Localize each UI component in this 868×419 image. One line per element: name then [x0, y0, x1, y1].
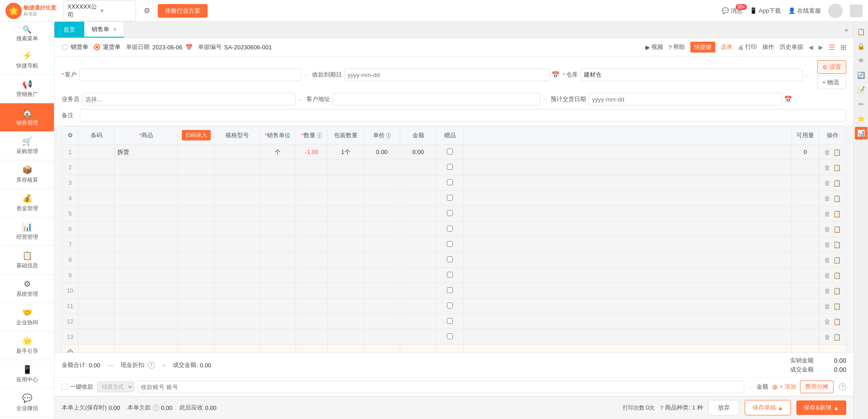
- row-price[interactable]: [364, 329, 400, 345]
- warehouse-input[interactable]: [581, 68, 803, 81]
- row-product[interactable]: [115, 237, 178, 252]
- receive-date-input[interactable]: [344, 68, 550, 81]
- one-click-pay-checkbox[interactable]: 一键收款: [62, 383, 93, 391]
- row-amount[interactable]: [400, 191, 436, 206]
- delete-icon[interactable]: 🗑: [824, 272, 830, 279]
- operation-btn[interactable]: 操作: [762, 43, 774, 51]
- row-pack-qty[interactable]: [328, 314, 364, 329]
- row-barcode[interactable]: [78, 175, 115, 191]
- app-download-btn[interactable]: 📱 App下载: [750, 7, 781, 15]
- row-spec[interactable]: [214, 144, 260, 160]
- row-pack-qty[interactable]: [328, 268, 364, 283]
- row-pack-qty[interactable]: [328, 329, 364, 345]
- sidebar-item-base-info[interactable]: 📋 基础信息: [0, 246, 54, 275]
- row-amount[interactable]: [400, 299, 436, 314]
- row-spec[interactable]: [214, 283, 260, 299]
- row-price[interactable]: [364, 191, 400, 206]
- row-gift[interactable]: [436, 314, 464, 329]
- row-barcode[interactable]: [78, 237, 115, 252]
- row-spec[interactable]: [214, 160, 260, 175]
- right-panel-icon-3[interactable]: 👁: [855, 54, 868, 67]
- fee-split-question-icon[interactable]: ?: [839, 383, 846, 390]
- delivery-button[interactable]: + 物流: [817, 76, 846, 89]
- row-pack-qty[interactable]: [328, 206, 364, 222]
- row-barcode[interactable]: [78, 329, 115, 345]
- row-spec[interactable]: [214, 191, 260, 206]
- grid-view-icon[interactable]: ⊞: [840, 43, 846, 52]
- row-qty[interactable]: [296, 206, 328, 222]
- row-unit[interactable]: 个: [260, 144, 296, 160]
- row-note[interactable]: [464, 283, 792, 299]
- amount-dots[interactable]: ···: [748, 384, 753, 390]
- sidebar-item-enterprise[interactable]: 🤝 企业协同: [0, 303, 54, 332]
- delete-icon[interactable]: 🗑: [824, 149, 830, 156]
- row-product[interactable]: [115, 191, 178, 206]
- row-barcode[interactable]: [78, 299, 115, 314]
- row-product[interactable]: [115, 283, 178, 299]
- select-row-btn[interactable]: 选单: [721, 43, 732, 51]
- delete-icon[interactable]: 🗑: [824, 287, 830, 294]
- calendar-icon[interactable]: 📅: [185, 44, 193, 51]
- goods-question-icon[interactable]: ?: [660, 405, 663, 411]
- right-panel-icon-6[interactable]: ✏: [855, 98, 868, 111]
- row-product[interactable]: [115, 268, 178, 283]
- tab-home[interactable]: 首页: [54, 22, 84, 38]
- row-unit[interactable]: [260, 206, 296, 222]
- next-icon[interactable]: ▶: [819, 44, 823, 51]
- copy-icon[interactable]: 📋: [833, 164, 841, 171]
- add-payment-btn[interactable]: ⊕ + 添加: [772, 383, 796, 391]
- customer-input[interactable]: [79, 68, 301, 81]
- sidebar-item-member[interactable]: V 畅会员: [0, 417, 54, 419]
- row-price[interactable]: [364, 160, 400, 175]
- row-unit[interactable]: [260, 191, 296, 206]
- row-qty[interactable]: [296, 268, 328, 283]
- row-note[interactable]: [464, 222, 792, 237]
- row-amount[interactable]: 0.00: [400, 144, 436, 160]
- row-qty[interactable]: [296, 314, 328, 329]
- tab-close-icon[interactable]: ×: [113, 26, 116, 33]
- row-barcode[interactable]: [78, 283, 115, 299]
- sidebar-item-sales[interactable]: 🏠 销售管理: [0, 103, 54, 132]
- save-draft-button[interactable]: 保存草稿 ▲: [745, 400, 791, 415]
- row-note[interactable]: [464, 206, 792, 222]
- row-price[interactable]: [364, 299, 400, 314]
- row-product[interactable]: [115, 175, 178, 191]
- row-amount[interactable]: [400, 329, 436, 345]
- row-price[interactable]: [364, 175, 400, 191]
- delete-icon[interactable]: 🗑: [824, 164, 830, 171]
- row-price[interactable]: [364, 268, 400, 283]
- remark-input[interactable]: [80, 109, 846, 122]
- row-pack-qty[interactable]: [328, 299, 364, 314]
- right-panel-icon-4[interactable]: 🔄: [855, 69, 868, 82]
- sidebar-item-marketing[interactable]: 📢 营销推广: [0, 75, 54, 103]
- row-gift[interactable]: [436, 237, 464, 252]
- right-panel-icon-5[interactable]: 📝: [855, 83, 868, 96]
- row-amount[interactable]: [400, 160, 436, 175]
- row-pack-qty[interactable]: [328, 252, 364, 268]
- delete-icon[interactable]: 🗑: [824, 210, 830, 217]
- row-spec[interactable]: [214, 329, 260, 345]
- row-price[interactable]: [364, 252, 400, 268]
- row-spec[interactable]: [214, 222, 260, 237]
- row-unit[interactable]: [260, 160, 296, 175]
- message-btn[interactable]: 💬 消息 99+: [722, 7, 742, 15]
- row-note[interactable]: [464, 191, 792, 206]
- sidebar-item-system[interactable]: ⚙ 系统管理: [0, 275, 54, 303]
- row-pack-qty[interactable]: [328, 283, 364, 299]
- row-amount[interactable]: [400, 252, 436, 268]
- prev-icon[interactable]: ◀: [809, 44, 813, 51]
- row-gift[interactable]: [436, 283, 464, 299]
- row-amount[interactable]: [400, 283, 436, 299]
- payment-method-select[interactable]: 结算方式: [97, 381, 134, 392]
- copy-icon[interactable]: 📋: [833, 210, 841, 217]
- row-pack-qty[interactable]: [328, 175, 364, 191]
- owe-question-icon[interactable]: ?: [153, 405, 159, 411]
- row-gift[interactable]: [436, 268, 464, 283]
- row-barcode[interactable]: [78, 252, 115, 268]
- row-product[interactable]: [115, 252, 178, 268]
- row-amount[interactable]: [400, 175, 436, 191]
- user-avatar[interactable]: [828, 4, 843, 18]
- delete-icon[interactable]: 🗑: [824, 303, 830, 310]
- row-unit[interactable]: [260, 329, 296, 345]
- row-unit[interactable]: [260, 314, 296, 329]
